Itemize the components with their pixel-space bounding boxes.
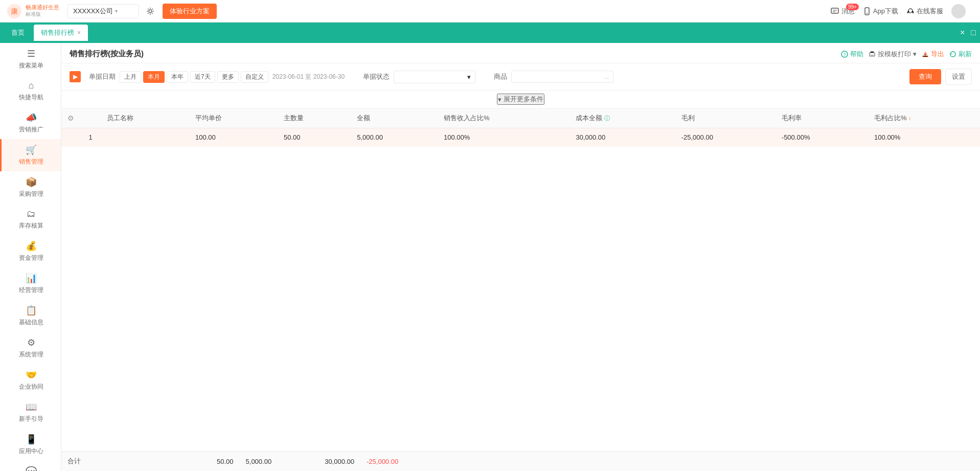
cell-icon — [61, 128, 80, 147]
logo: 康 畅康通好生意 标准版 — [6, 3, 59, 19]
tab-home[interactable]: 首页 — [4, 25, 32, 41]
system-icon: ⚙ — [27, 337, 35, 348]
last-month-btn[interactable]: 上月 — [120, 71, 141, 83]
footer-gross: -25,000.00 — [360, 458, 404, 465]
footer-quantity: 50.00 — [211, 458, 240, 465]
logo-sub: 标准版 — [26, 11, 59, 18]
logo-text: 畅康通好生意 — [26, 4, 59, 11]
more-date-btn[interactable]: 更多 — [217, 71, 239, 83]
settings-side-btn[interactable]: 设置 — [945, 69, 972, 85]
footer-amount: 5,000.00 — [240, 458, 278, 465]
cell-name — [101, 128, 189, 147]
sidebar-item-search-orders[interactable]: ☰ 搜索菜单 — [0, 43, 61, 75]
app-download-btn[interactable]: App下载 — [863, 7, 898, 16]
sidebar-item-label: 基础信息 — [19, 318, 43, 327]
sidebar-item-label: 搜索菜单 — [19, 61, 43, 70]
headset-icon — [906, 7, 915, 15]
col-sales-pct: 销售收入占比% — [438, 108, 569, 128]
trial-button[interactable]: 体验行业方案 — [163, 4, 217, 19]
sidebar: ☰ 搜索菜单 ⌂ 快捷导航 📣 营销推广 🛒 销售管理 📦 采购管理 🗂 库 — [0, 43, 61, 471]
svg-text:?: ? — [843, 52, 846, 57]
sidebar-item-app-center[interactable]: 📱 应用中心 — [0, 429, 61, 461]
status-filter-label: 单据状态 — [363, 72, 390, 81]
tab-sales-ranking[interactable]: 销售排行榜 × — [34, 25, 88, 41]
online-service-btn[interactable]: 在线客服 — [906, 7, 943, 16]
sidebar-item-guide[interactable]: 📖 新手引导 — [0, 396, 61, 429]
sidebar-item-label: 新手引导 — [19, 415, 43, 423]
tab-close-window-btn[interactable]: × — [960, 28, 965, 37]
sidebar-item-marketing[interactable]: 📣 营销推广 — [0, 107, 61, 139]
sidebar-item-label: 资金管理 — [19, 254, 43, 262]
status-select[interactable]: ▾ — [394, 71, 475, 83]
table-settings-icon[interactable]: ⚙ — [67, 114, 74, 122]
avatar — [951, 4, 966, 18]
cell-sales-pct: 100.00% — [438, 128, 569, 147]
last-7-days-btn[interactable]: 近7天 — [190, 71, 215, 83]
expand-chevron-icon: ▾ — [498, 96, 502, 103]
this-year-btn[interactable]: 本年 — [167, 71, 188, 83]
svg-text:康: 康 — [11, 7, 18, 15]
app-download-label: App下载 — [873, 7, 898, 16]
tab-bar: 首页 销售排行榜 × × □ — [0, 23, 980, 43]
template-print-btn[interactable]: 按模板打印 ▾ — [869, 50, 917, 59]
data-table: ⚙ 员工名称 平均单价 主数量 全额 销售收入占比% 成本全额 ⓘ 毛利 毛 — [61, 108, 980, 147]
sidebar-item-quick-nav[interactable]: ⌂ 快捷导航 — [0, 75, 61, 107]
footer-label: 合计 — [67, 457, 108, 466]
cell-avg-price: 100.00 — [189, 128, 278, 147]
top-right-actions: 消息 99+ App下载 在线客服 — [830, 4, 974, 18]
message-btn[interactable]: 消息 99+ — [830, 7, 855, 16]
filter-expand-row: ▾ 展开更多条件 — [61, 91, 980, 108]
basic-info-icon: 📋 — [26, 305, 37, 316]
sidebar-item-label: 库存核算 — [19, 221, 43, 230]
date-filter-group: 单据日期 上月 本月 本年 近7天 更多 自定义 2023-06-01 至 20… — [89, 71, 345, 83]
sidebar-item-sales[interactable]: 🛒 销售管理 — [0, 139, 61, 171]
sidebar-item-inventory[interactable]: 🗂 库存核算 — [0, 204, 61, 235]
sidebar-item-purchase[interactable]: 📦 采购管理 — [0, 171, 61, 204]
col-gross-rate: 毛利率 — [776, 108, 868, 128]
finance-icon: 💰 — [26, 240, 37, 252]
query-actions: 查询 设置 — [905, 69, 972, 85]
sidebar-item-operation[interactable]: 📊 经营管理 — [0, 267, 61, 300]
custom-date-btn[interactable]: 自定义 — [241, 71, 268, 83]
settings-icon-btn[interactable] — [143, 4, 157, 18]
sidebar-item-label: 销售管理 — [19, 158, 43, 166]
purchase-icon: 📦 — [26, 176, 37, 188]
table-footer: 合计 50.00 5,000.00 30,000.00 -25,000.00 — [61, 451, 980, 471]
app-center-icon: 📱 — [26, 434, 37, 445]
company-selector[interactable]: XXXXXX公司 ▾ — [67, 4, 139, 18]
query-btn[interactable]: 查询 — [909, 69, 941, 84]
export-btn[interactable]: 导出 — [922, 50, 944, 59]
tab-maximize-btn[interactable]: □ — [971, 28, 976, 37]
print-chevron-icon: ▾ — [913, 50, 917, 58]
cell-amount: 5,000.00 — [351, 128, 438, 147]
goods-filter-label: 商品 — [494, 72, 507, 81]
cell-gross: -25,000.00 — [675, 128, 776, 147]
logo-icon: 康 — [6, 3, 22, 19]
sidebar-item-basic-info[interactable]: 📋 基础信息 — [0, 300, 61, 332]
filter-collapse-btn[interactable]: ▶ — [70, 71, 81, 82]
sidebar-item-system[interactable]: ⚙ 系统管理 — [0, 332, 61, 364]
col-gross-pct: 毛利占比% ↕ — [868, 108, 980, 128]
sidebar-item-finance[interactable]: 💰 资金管理 — [0, 235, 61, 267]
sidebar-item-enterprise-collab[interactable]: 🤝 企业协同 — [0, 364, 61, 396]
help-btn[interactable]: ? 帮助 — [841, 50, 863, 59]
refresh-btn[interactable]: 刷新 — [949, 50, 972, 59]
sidebar-item-wechat[interactable]: 💬 企业微信 — [0, 461, 61, 471]
tab-home-label: 首页 — [11, 28, 25, 37]
status-filter-group: 单据状态 ▾ — [363, 71, 475, 83]
expand-more-btn[interactable]: ▾ 展开更多条件 — [497, 94, 544, 105]
cell-gross-rate: -500.00% — [776, 128, 868, 147]
sidebar-item-label: 系统管理 — [19, 350, 43, 359]
col-settings[interactable]: ⚙ — [61, 108, 80, 128]
refresh-icon — [949, 51, 956, 58]
help-icon: ? — [841, 51, 848, 58]
cell-quantity: 50.00 — [278, 128, 351, 147]
this-month-btn[interactable]: 本月 — [143, 71, 165, 83]
template-print-label: 按模板打印 — [878, 50, 911, 59]
goods-field[interactable]: ... — [511, 71, 613, 83]
col-cost: 成本全额 ⓘ — [569, 108, 675, 128]
goods-filter-group: 商品 ... — [494, 71, 613, 83]
svg-point-5 — [867, 13, 868, 14]
sidebar-item-label: 应用中心 — [19, 447, 43, 456]
tab-close-icon[interactable]: × — [77, 29, 81, 36]
